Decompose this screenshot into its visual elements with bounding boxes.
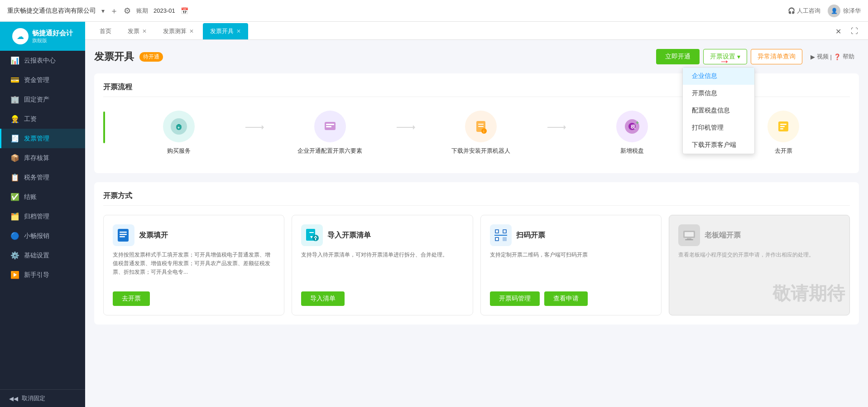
step-label-2: 企业开通配置开票六要素 <box>297 147 362 155</box>
svg-rect-8 <box>478 126 484 127</box>
sidebar-item-label: 归档管理 <box>24 213 49 221</box>
sidebar-item-shuiwu[interactable]: 📋 税务管理 <box>0 168 85 187</box>
consultant-button[interactable]: 🎧 人工咨询 <box>788 7 820 15</box>
svg-rect-33 <box>504 230 506 233</box>
method-fill-header: 发票填开 <box>113 224 275 246</box>
gongzi-icon: 👷 <box>10 115 19 123</box>
flow-step-4: 税 + 新增税盘 <box>566 111 699 155</box>
settings-icon[interactable]: ⚙ <box>124 6 131 16</box>
svg-rect-37 <box>687 238 691 239</box>
period-label: 账期 <box>136 7 148 15</box>
sidebar-item-fapiao[interactable]: 🧾 发票管理 <box>0 129 85 148</box>
method-scan-title: 扫码开票 <box>516 231 545 240</box>
company-name[interactable]: 重庆畅捷交通信息咨询有限公司 <box>7 7 96 15</box>
method-card-fill: 发票填开 支持按照发票样式手工填开发票；可开具增值税电子普通发票、增值税普通发票… <box>103 215 284 315</box>
svg-rect-34 <box>496 238 498 240</box>
method-boss-header: 老板端开票 <box>678 224 840 246</box>
tab-fapiao-close[interactable]: ✕ <box>142 28 147 34</box>
method-fill-title: 发票填开 <box>139 231 168 240</box>
cancel-fixed-button[interactable]: ◀◀ 取消固定 <box>0 390 85 407</box>
sidebar-item-label: 税务管理 <box>24 174 49 182</box>
step-label-5: 去开票 <box>775 147 792 155</box>
add-icon[interactable]: ＋ <box>110 5 118 16</box>
page-actions: 立即开通 开票设置 ▾ 异常清单查询 ▶ 视频 | ❓ 帮助 <box>656 49 859 64</box>
sidebar-item-jiezhang[interactable]: ✅ 结账 <box>0 187 85 207</box>
activate-button[interactable]: 立即开通 <box>656 49 700 64</box>
tab-fapiao[interactable]: 发票 ✕ <box>120 23 154 39</box>
step-label-4: 新增税盘 <box>620 147 644 155</box>
tab-fapiao-label: 发票 <box>128 27 139 35</box>
tab-bar: 首页 发票 ✕ 发票测算 ✕ 发票开具 ✕ ✕ ⛶ <box>85 22 868 40</box>
svg-rect-26 <box>315 238 316 240</box>
play-icon: ▶ <box>810 53 815 60</box>
step-connector-1 <box>245 127 264 128</box>
dropdown-item-xiazai[interactable]: 下载开票客户端 <box>683 136 754 154</box>
svg-rect-32 <box>496 230 498 233</box>
method-card-scan: 扫码开票 支持定制开票二维码，客户端可扫码开票 开票码管理 查看申请 <box>480 215 662 315</box>
step-icon-download: ↓ <box>465 111 497 142</box>
method-import-header: 导入开票清单 <box>301 224 463 246</box>
sidebar-item-yunbao[interactable]: 📊 云报表中心 <box>0 51 85 70</box>
dropdown-item-dayinji[interactable]: 打印机管理 <box>683 119 754 136</box>
method-import-title: 导入开票清单 <box>327 231 371 240</box>
calendar-icon[interactable]: 📅 <box>181 7 188 15</box>
view-apply-button[interactable]: 查看申请 <box>544 291 588 306</box>
dropdown-item-label: 打印机管理 <box>692 124 724 131</box>
sidebar-item-guidang[interactable]: 🗂️ 归档管理 <box>0 207 85 226</box>
tab-kaiju-close[interactable]: ✕ <box>236 28 241 34</box>
step-icon-invoice <box>767 111 799 142</box>
maximize-window-button[interactable]: ⛶ <box>848 25 861 38</box>
sidebar-item-gongzi[interactable]: 👷 工资 <box>0 109 85 129</box>
dropdown-item-qiyexinxi[interactable]: 企业信息 <box>683 68 754 85</box>
tab-cesuang-close[interactable]: ✕ <box>189 28 194 34</box>
dropdown-arrow-icon[interactable]: ▾ <box>101 7 105 15</box>
import-list-button[interactable]: 导入清单 <box>301 291 345 306</box>
page-title-area: 发票开具 待开通 <box>94 50 163 63</box>
fill-invoice-button[interactable]: 去开票 <box>113 291 150 306</box>
sidebar-item-gudingzichan[interactable]: 🏢 固定资产 <box>0 90 85 109</box>
import-icon <box>301 224 323 246</box>
qr-manage-button[interactable]: 开票码管理 <box>490 291 540 306</box>
tab-bar-right: ✕ ⛶ <box>832 25 861 39</box>
shuiwu-icon: 📋 <box>10 173 19 182</box>
sidebar-bottom: ◀◀ 取消固定 <box>0 389 85 407</box>
svg-rect-22 <box>120 236 125 237</box>
headset-icon: 🎧 <box>788 7 795 14</box>
svg-rect-21 <box>120 234 127 235</box>
tab-home-label: 首页 <box>100 27 111 35</box>
user-info[interactable]: 👤 徐泽华 <box>828 5 861 17</box>
sidebar-item-label: 库存核算 <box>24 154 49 162</box>
sidebar-item-kucun[interactable]: 📦 库存核算 <box>0 148 85 168</box>
step-label-1: 购买服务 <box>167 147 191 155</box>
jichu-icon: ⚙️ <box>10 251 19 260</box>
svg-text:+: + <box>636 120 639 126</box>
dropdown-item-kaipiaoxinxi[interactable]: 开票信息 <box>683 85 754 102</box>
sidebar-item-label: 发票管理 <box>24 135 49 143</box>
dropdown-item-label: 企业信息 <box>692 72 717 79</box>
svg-rect-5 <box>326 126 331 127</box>
sidebar-item-zijin[interactable]: 💳 资金管理 <box>0 70 85 90</box>
status-badge: 待开通 <box>139 52 163 62</box>
svg-text:税: 税 <box>630 124 636 129</box>
tab-fapiaokaiju[interactable]: 发票开具 ✕ <box>203 23 248 39</box>
methods-grid: 发票填开 支持按照发票样式手工填开发票；可开具增值税电子普通发票、增值税普通发票… <box>103 215 850 315</box>
page-header: 发票开具 待开通 立即开通 开票设置 ▾ 异常清单查询 ▶ 视频 | ❓ <box>94 49 859 64</box>
kucun-icon: 📦 <box>10 154 19 162</box>
video-button[interactable]: ▶ 视频 | ❓ 帮助 <box>806 49 859 64</box>
tab-fapiaocesuang[interactable]: 发票测算 ✕ <box>156 23 201 39</box>
abnormal-button[interactable]: 异常清单查询 <box>751 49 802 64</box>
method-boss-title: 老板端开票 <box>705 231 741 240</box>
xinshou-icon: ▶️ <box>10 271 19 279</box>
svg-rect-4 <box>326 124 334 125</box>
dropdown-item-peizhi[interactable]: 配置税盘信息 <box>683 102 754 119</box>
sidebar-item-xinshou[interactable]: ▶️ 新手引导 <box>0 265 85 285</box>
sidebar: ☁ 畅捷通好会计 旗舰版 📊 云报表中心 💳 资金管理 🏢 固定资产 👷 工资 … <box>0 22 85 407</box>
step-icon-config <box>314 111 346 142</box>
close-window-button[interactable]: ✕ <box>832 25 844 38</box>
sidebar-item-label: 固定资产 <box>24 96 49 104</box>
sidebar-item-jichu[interactable]: ⚙️ 基础设置 <box>0 246 85 265</box>
period-value: 2023-01 <box>153 7 175 14</box>
tab-home[interactable]: 首页 <box>92 23 119 39</box>
sidebar-item-baoxiao[interactable]: 🔵 小畅报销 <box>0 226 85 246</box>
logo-subtitle: 旗舰版 <box>32 37 73 44</box>
